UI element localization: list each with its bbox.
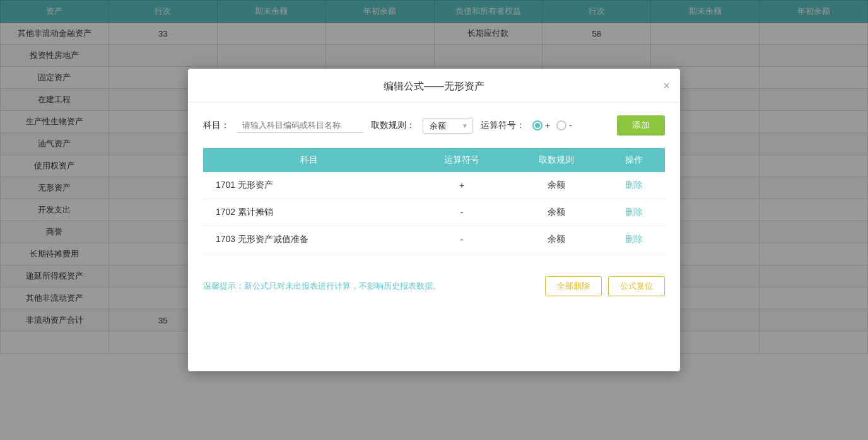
- cell-action: 删除: [604, 172, 665, 199]
- footer-buttons: 全部删除 公式复位: [545, 276, 665, 296]
- cell-operator: +: [414, 172, 509, 199]
- modal-body: 科目： 取数规则： 余额借方贷方 ▼ 运算符号： +- 添加 科目运算符号取数规…: [188, 103, 680, 266]
- delete-link[interactable]: 删除: [625, 180, 643, 190]
- table-row: 1703 无形资产减值准备-余额删除: [203, 226, 665, 253]
- cell-subject: 1702 累计摊销: [203, 199, 414, 226]
- cell-rule: 余额: [509, 199, 604, 226]
- modal-header: 编辑公式——无形资产 ×: [188, 69, 680, 103]
- modal-close-button[interactable]: ×: [663, 80, 670, 91]
- delete-link[interactable]: 删除: [625, 207, 643, 217]
- footer-hint: 温馨提示：新公式只对未出报表进行计算，不影响历史报表数据。: [203, 281, 441, 292]
- rule-select-wrapper: 余额借方贷方 ▼: [423, 118, 473, 134]
- operator-group: +-: [532, 120, 572, 130]
- modal-footer: 温馨提示：新公式只对未出报表进行计算，不影响历史报表数据。 全部删除 公式复位: [188, 266, 680, 296]
- radio-item--[interactable]: -: [556, 120, 572, 130]
- cell-operator: -: [414, 199, 509, 226]
- cell-rule: 余额: [509, 172, 604, 199]
- modal-title: 编辑公式——无形资产: [384, 81, 484, 91]
- reset-formula-button[interactable]: 公式复位: [608, 276, 665, 296]
- radio-label-+: +: [545, 120, 550, 130]
- cell-action: 删除: [604, 226, 665, 253]
- cell-subject: 1701 无形资产: [203, 172, 414, 199]
- subject-label: 科目：: [203, 120, 230, 131]
- cell-action: 删除: [604, 199, 665, 226]
- radio-circle--: [556, 120, 566, 130]
- operator-label: 运算符号：: [481, 120, 525, 131]
- modal-overlay: 编辑公式——无形资产 × 科目： 取数规则： 余额借方贷方 ▼ 运算符号： +-…: [0, 0, 868, 440]
- subject-input[interactable]: [237, 118, 363, 133]
- radio-label--: -: [569, 120, 572, 130]
- rule-label: 取数规则：: [371, 120, 415, 131]
- add-button[interactable]: 添加: [617, 115, 665, 136]
- radio-item-+[interactable]: +: [532, 120, 550, 130]
- cell-rule: 余额: [509, 226, 604, 253]
- table-row: 1702 累计摊销-余额删除: [203, 199, 665, 226]
- radio-circle-+: [532, 120, 542, 130]
- table-row: 1701 无形资产+余额删除: [203, 172, 665, 199]
- form-row: 科目： 取数规则： 余额借方贷方 ▼ 运算符号： +- 添加: [203, 115, 665, 136]
- rule-select[interactable]: 余额借方贷方: [423, 118, 473, 134]
- cell-operator: -: [414, 226, 509, 253]
- cell-subject: 1703 无形资产减值准备: [203, 226, 414, 253]
- delete-link[interactable]: 删除: [625, 234, 643, 244]
- delete-all-button[interactable]: 全部删除: [545, 276, 602, 296]
- modal-dialog: 编辑公式——无形资产 × 科目： 取数规则： 余额借方贷方 ▼ 运算符号： +-…: [188, 69, 680, 371]
- formula-table: 科目运算符号取数规则操作 1701 无形资产+余额删除1702 累计摊销-余额删…: [203, 148, 665, 253]
